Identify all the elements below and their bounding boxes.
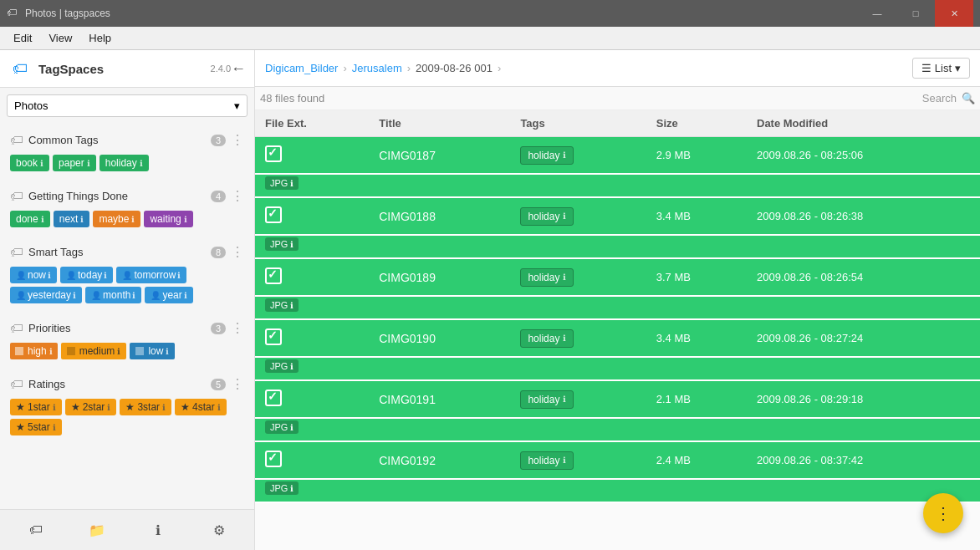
file-tag-4[interactable]: holiday ℹ (520, 390, 574, 409)
tag-group-priorities-header[interactable]: 🏷 Priorities 3 ⋮ (7, 315, 248, 341)
tag-today[interactable]: 👤todayℹ (60, 267, 113, 283)
sidebar: 🏷 TagSpaces 2.4.0 ← Photos ▾ 🏷 Common Ta… (0, 50, 255, 550)
file-checkbox-3[interactable] (265, 328, 282, 345)
tag-3star[interactable]: ★ 3starℹ (120, 399, 171, 415)
tag-holiday-info[interactable]: ℹ (140, 159, 143, 168)
file-checkbox-5[interactable] (265, 451, 282, 467)
tag-3star-info[interactable]: ℹ (162, 403, 166, 412)
file-checkbox-0[interactable] (265, 145, 282, 162)
ext-badge-0: JPG ℹ (265, 176, 299, 190)
star3-icon: ★ (125, 401, 135, 413)
tag-group-common-menu[interactable]: ⋮ (231, 132, 244, 148)
folder-footer-button[interactable]: 📁 (66, 515, 127, 545)
tag-done[interactable]: doneℹ (10, 211, 50, 227)
table-row[interactable]: CIMG0187 holiday ℹ 2.9 MB 2009.08.26 - 0… (255, 137, 980, 175)
tag-month-info[interactable]: ℹ (132, 291, 135, 300)
list-view-button[interactable]: ☰ List ▾ (912, 58, 970, 79)
file-tag-0[interactable]: holiday ℹ (520, 146, 574, 165)
file-tag-2[interactable]: holiday ℹ (520, 268, 574, 287)
table-row[interactable]: CIMG0190 holiday ℹ 3.4 MB 2009.08.26 - 0… (255, 319, 980, 357)
search-icon[interactable]: 🔍 (962, 92, 975, 104)
menu-view[interactable]: View (40, 28, 80, 48)
tag-maybe-info[interactable]: ℹ (131, 215, 135, 224)
tag-now-info[interactable]: ℹ (48, 271, 51, 280)
close-button[interactable]: ✕ (935, 0, 973, 27)
menu-edit[interactable]: Edit (5, 28, 40, 48)
tag-next[interactable]: nextℹ (54, 211, 90, 227)
tag-paper[interactable]: paperℹ (53, 155, 96, 171)
table-row[interactable]: CIMG0192 holiday ℹ 2.4 MB 2009.08.26 - 0… (255, 441, 980, 479)
tag-low-info[interactable]: ℹ (166, 347, 169, 356)
tag-holiday[interactable]: holidayℹ (100, 155, 149, 171)
tag-done-info[interactable]: ℹ (41, 215, 44, 224)
file-tag-3[interactable]: holiday ℹ (520, 329, 574, 348)
minimize-button[interactable]: — (858, 0, 896, 27)
tag-high-info[interactable]: ℹ (49, 347, 53, 356)
tag-5star-info[interactable]: ℹ (53, 423, 56, 432)
tag-yesterday[interactable]: 👤yesterdayℹ (10, 287, 82, 303)
tag-4star-info[interactable]: ℹ (217, 403, 221, 412)
menu-help[interactable]: Help (80, 28, 120, 48)
tag-2star[interactable]: ★ 2starℹ (65, 399, 117, 415)
table-row[interactable]: CIMG0188 holiday ℹ 3.4 MB 2009.08.26 - 0… (255, 197, 980, 235)
main-content: Digicam_Bilder › Jerusalem › 2009-08-26 … (255, 50, 980, 550)
table-row[interactable]: CIMG0189 holiday ℹ 3.7 MB 2009.08.26 - 0… (255, 258, 980, 296)
file-checkbox-1[interactable] (265, 206, 282, 223)
tag-group-smart-menu[interactable]: ⋮ (231, 244, 244, 260)
breadcrumb-digicam[interactable]: Digicam_Bilder (265, 62, 338, 74)
clock-icon: 👤 (16, 271, 26, 280)
tag-group-common-header[interactable]: 🏷 Common Tags 3 ⋮ (7, 127, 248, 153)
tag-tomorrow-info[interactable]: ℹ (177, 271, 181, 280)
tag-next-info[interactable]: ℹ (80, 215, 84, 224)
tag-5star[interactable]: ★ 5starℹ (10, 419, 62, 435)
back-button[interactable]: ← (231, 60, 246, 78)
tag-book-info[interactable]: ℹ (40, 159, 43, 168)
tags-footer-button[interactable]: 🏷 (5, 515, 66, 545)
breadcrumb-sep3: › (498, 62, 501, 74)
location-selector: Photos ▾ (7, 94, 248, 117)
titlebar: 🏷 Photos | tagspaces — □ ✕ (0, 0, 980, 27)
file-tag-1[interactable]: holiday ℹ (520, 207, 574, 226)
tag-low[interactable]: lowℹ (130, 343, 175, 359)
settings-footer-button[interactable]: ⚙ (188, 515, 249, 545)
tag-group-smart-name: Smart Tags (28, 246, 211, 258)
tag-1star-info[interactable]: ℹ (53, 403, 56, 412)
logo-icon: 🏷 (8, 57, 32, 80)
tag-group-ratings-header[interactable]: 🏷 Ratings 5 ⋮ (7, 371, 248, 397)
file-checkbox-2[interactable] (265, 267, 282, 284)
tag-medium[interactable]: mediumℹ (61, 343, 127, 359)
tag-2star-info[interactable]: ℹ (107, 403, 110, 412)
tag-group-gtd-menu[interactable]: ⋮ (231, 188, 244, 204)
info-footer-button[interactable]: ℹ (127, 515, 188, 545)
tag-maybe[interactable]: maybeℹ (93, 211, 140, 227)
tag-year[interactable]: 👤yearℹ (145, 287, 192, 303)
tag-year-info[interactable]: ℹ (184, 291, 187, 300)
tag-yesterday-info[interactable]: ℹ (73, 291, 76, 300)
file-table-scroll[interactable]: File Ext. Title Tags Size Date Modified … (255, 110, 980, 550)
maximize-button[interactable]: □ (896, 0, 935, 27)
tag-paper-info[interactable]: ℹ (87, 159, 90, 168)
tag-book[interactable]: bookℹ (10, 155, 49, 171)
tag-now[interactable]: 👤nowℹ (10, 267, 57, 283)
location-dropdown[interactable]: Photos ▾ (7, 94, 248, 117)
tag-waiting[interactable]: waitingℹ (144, 211, 192, 227)
tag-waiting-info[interactable]: ℹ (184, 215, 187, 224)
table-ext-row: JPG ℹ (255, 479, 980, 502)
tag-group-ratings-menu[interactable]: ⋮ (231, 376, 244, 392)
tag-group-priorities-menu[interactable]: ⋮ (231, 320, 244, 336)
tag-high[interactable]: highℹ (10, 343, 58, 359)
tag-group-smart-header[interactable]: 🏷 Smart Tags 8 ⋮ (7, 239, 248, 265)
table-ext-row: JPG ℹ (255, 296, 980, 319)
tag-today-info[interactable]: ℹ (104, 271, 107, 280)
tag-tomorrow[interactable]: 👤tomorrowℹ (116, 267, 186, 283)
tag-medium-info[interactable]: ℹ (117, 347, 120, 356)
tag-month[interactable]: 👤monthℹ (85, 287, 141, 303)
tag-4star[interactable]: ★ 4starℹ (175, 399, 227, 415)
tag-1star[interactable]: ★ 1starℹ (10, 399, 62, 415)
breadcrumb-jerusalem[interactable]: Jerusalem (352, 62, 402, 74)
tag-group-gtd-header[interactable]: 🏷 Getting Things Done 4 ⋮ (7, 183, 248, 209)
fab-button[interactable]: ⋮ (923, 493, 963, 533)
table-row[interactable]: CIMG0191 holiday ℹ 2.1 MB 2009.08.26 - 0… (255, 380, 980, 418)
file-checkbox-4[interactable] (265, 390, 282, 406)
file-tag-5[interactable]: holiday ℹ (520, 451, 574, 470)
